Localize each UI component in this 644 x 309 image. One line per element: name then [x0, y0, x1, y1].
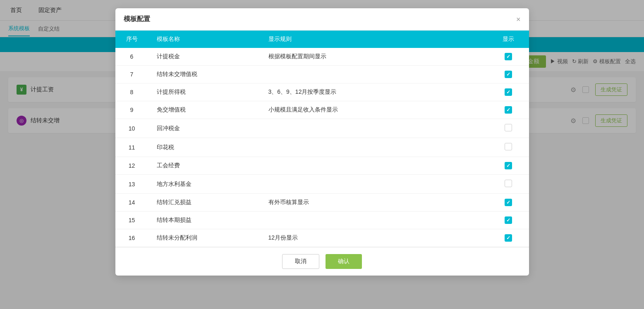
- confirm-button[interactable]: 确认: [326, 254, 362, 269]
- row-rule: 有外币核算显示: [256, 194, 488, 212]
- table-row: 11印花税: [115, 138, 529, 157]
- row-show: [488, 119, 529, 138]
- row-name: 结转本期损益: [148, 212, 256, 229]
- col-header-show: 显示: [488, 31, 529, 48]
- row-rule: [256, 175, 488, 194]
- table-row: 13地方水利基金: [115, 175, 529, 194]
- show-checkbox[interactable]: [505, 143, 512, 150]
- modal-template-config: 模板配置 × 序号 模板名称 显示规则 显示 6: [115, 8, 529, 276]
- row-show: [488, 138, 529, 157]
- show-checkbox[interactable]: [505, 53, 512, 60]
- row-show: [488, 194, 529, 212]
- show-checkbox[interactable]: [505, 162, 512, 169]
- modal-body: 序号 模板名称 显示规则 显示 6计提税金根据模板配置期间显示7结转未交增值税8…: [115, 31, 529, 247]
- show-checkbox[interactable]: [505, 216, 512, 224]
- row-seq: 8: [115, 83, 148, 101]
- row-name: 回冲税金: [148, 119, 256, 138]
- row-show: [488, 175, 529, 194]
- row-seq: 6: [115, 48, 148, 66]
- row-seq: 12: [115, 157, 148, 175]
- row-rule: 小规模且满足收入条件显示: [256, 101, 488, 119]
- row-seq: 15: [115, 212, 148, 229]
- row-seq: 13: [115, 175, 148, 194]
- table-row: 8计提所得税3、6、9、12月按季度显示: [115, 83, 529, 101]
- row-seq: 14: [115, 194, 148, 212]
- row-rule: [256, 212, 488, 229]
- row-seq: 9: [115, 101, 148, 119]
- modal-title: 模板配置: [124, 15, 150, 24]
- row-seq: 10: [115, 119, 148, 138]
- col-header-rule: 显示规则: [256, 31, 488, 48]
- row-seq: 16: [115, 229, 148, 247]
- row-show: [488, 157, 529, 175]
- table-row: 16结转未分配利润12月份显示: [115, 229, 529, 247]
- table-row: 9免交增值税小规模且满足收入条件显示: [115, 101, 529, 119]
- row-name: 地方水利基金: [148, 175, 256, 194]
- modal-header: 模板配置 ×: [115, 8, 529, 31]
- row-rule: [256, 119, 488, 138]
- row-name: 工会经费: [148, 157, 256, 175]
- row-rule: 12月份显示: [256, 229, 488, 247]
- row-show: [488, 212, 529, 229]
- row-rule: 3、6、9、12月按季度显示: [256, 83, 488, 101]
- row-seq: 7: [115, 66, 148, 83]
- row-name: 计提所得税: [148, 83, 256, 101]
- table-row: 10回冲税金: [115, 119, 529, 138]
- table-header-row: 序号 模板名称 显示规则 显示: [115, 31, 529, 48]
- row-rule: [256, 157, 488, 175]
- row-rule: 根据模板配置期间显示: [256, 48, 488, 66]
- table-scroll-container[interactable]: 序号 模板名称 显示规则 显示 6计提税金根据模板配置期间显示7结转未交增值税8…: [115, 31, 529, 247]
- modal-close-button[interactable]: ×: [516, 16, 521, 23]
- row-show: [488, 66, 529, 83]
- row-name: 结转未交增值税: [148, 66, 256, 83]
- show-checkbox[interactable]: [505, 124, 512, 131]
- show-checkbox[interactable]: [505, 180, 512, 187]
- show-checkbox[interactable]: [505, 71, 512, 78]
- row-name: 结转汇兑损益: [148, 194, 256, 212]
- show-checkbox[interactable]: [505, 106, 512, 114]
- col-header-name: 模板名称: [148, 31, 256, 48]
- row-name: 结转未分配利润: [148, 229, 256, 247]
- show-checkbox[interactable]: [505, 88, 512, 96]
- modal-overlay: 模板配置 × 序号 模板名称 显示规则 显示 6: [0, 0, 644, 309]
- show-checkbox[interactable]: [505, 234, 512, 242]
- row-show: [488, 101, 529, 119]
- row-show: [488, 229, 529, 247]
- table-row: 14结转汇兑损益有外币核算显示: [115, 194, 529, 212]
- row-show: [488, 83, 529, 101]
- modal-footer: 取消 确认: [115, 247, 529, 276]
- row-name: 印花税: [148, 138, 256, 157]
- row-show: [488, 48, 529, 66]
- table-row: 12工会经费: [115, 157, 529, 175]
- row-rule: [256, 138, 488, 157]
- table-row: 15结转本期损益: [115, 212, 529, 229]
- table-row: 7结转未交增值税: [115, 66, 529, 83]
- show-checkbox[interactable]: [505, 199, 512, 206]
- row-rule: [256, 66, 488, 83]
- row-name: 计提税金: [148, 48, 256, 66]
- table-row: 6计提税金根据模板配置期间显示: [115, 48, 529, 66]
- cancel-button[interactable]: 取消: [282, 254, 319, 269]
- row-name: 免交增值税: [148, 101, 256, 119]
- template-table: 序号 模板名称 显示规则 显示 6计提税金根据模板配置期间显示7结转未交增值税8…: [115, 31, 529, 247]
- col-header-seq: 序号: [115, 31, 148, 48]
- row-seq: 11: [115, 138, 148, 157]
